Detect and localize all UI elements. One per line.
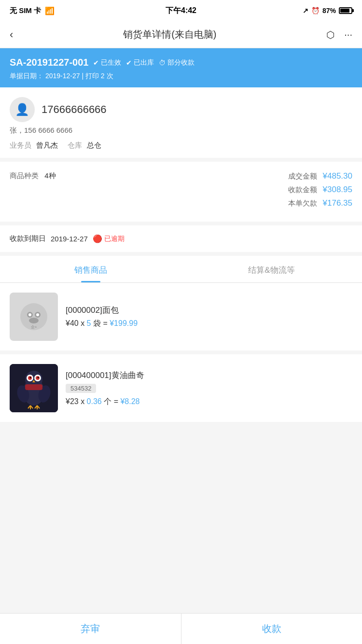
summary-right: 成交金额 ¥485.30 收款金额 ¥308.95 本单欠款 ¥176.35 — [288, 171, 352, 212]
status-bar: 无 SIM 卡 📶 下午4:42 ↗ ⏰ 87% — [0, 0, 362, 21]
tab-products-label: 销售商品 — [74, 266, 107, 275]
overdue-icon: 🔴 — [93, 234, 102, 243]
due-date-label: 收款到期日 — [10, 234, 46, 243]
overdue-text: 已逾期 — [104, 235, 125, 243]
page-title: 销货单详情(来自电脑) — [123, 28, 216, 41]
alarm-icon: ⏰ — [311, 7, 320, 14]
unit-2: 个 — [104, 397, 111, 406]
summary-left: 商品种类 4种 — [10, 171, 56, 184]
nav-bar: ‹ 销货单详情(来自电脑) ⬡ ··· — [0, 21, 362, 48]
list-item: [000400001]黄油曲奇 534532 ¥23 x 0.36 个 = ¥8… — [0, 354, 362, 422]
location-icon: ↗ — [303, 7, 308, 14]
product-info-1: [0000002]面包 ¥40 x 5 袋 = ¥199.99 — [66, 305, 352, 329]
order-date-value: 2019-12-27 — [45, 72, 80, 80]
battery-fill — [340, 9, 349, 13]
received-amount-row: 收款金额 ¥308.95 — [288, 185, 352, 195]
order-id-text: SA-20191227-001 — [10, 57, 88, 68]
status-bar-right: ↗ ⏰ 87% — [303, 7, 352, 14]
warehouse-info: 仓库 总仓 — [68, 141, 101, 150]
product-thumb-2 — [10, 364, 58, 412]
svg-point-4 — [36, 313, 39, 316]
status-bar-left: 无 SIM 卡 📶 — [10, 6, 55, 15]
tab-products[interactable]: 销售商品 — [0, 256, 181, 282]
svg-point-3 — [28, 313, 31, 316]
due-amount-label: 本单欠款 — [288, 199, 317, 208]
status-text-2: 已出库 — [134, 58, 154, 67]
unit-1: 袋 — [93, 319, 101, 327]
summary-grid: 商品种类 4种 成交金额 ¥485.30 收款金额 ¥308.95 本单欠款 ¥… — [10, 171, 352, 212]
equals-2: = — [114, 397, 121, 406]
nav-actions: ⬡ ··· — [326, 29, 352, 41]
tab-settlement[interactable]: 结算&物流等 — [181, 256, 362, 282]
svg-point-14 — [30, 377, 31, 378]
due-amount-row: 本单欠款 ¥176.35 — [288, 198, 352, 208]
status-text-1: 已生效 — [101, 58, 121, 67]
price-sep-1: x — [81, 319, 86, 327]
status-badge-3: ⏱ 部分收款 — [159, 58, 195, 67]
price-sep-2: x — [81, 397, 86, 406]
print-suffix: 次 — [107, 72, 113, 80]
trans-amount-row: 成交金额 ¥485.30 — [288, 171, 352, 181]
bottom-bar: 弃审 收款 — [0, 613, 362, 644]
customer-meta: 业务员 曾凡杰 仓库 总仓 — [10, 141, 352, 150]
due-amount-value: ¥176.35 — [323, 198, 352, 208]
product-types-label: 商品种类 — [10, 171, 39, 180]
share-icon[interactable]: ⬡ — [326, 29, 334, 41]
sales-name: 曾凡杰 — [36, 141, 58, 149]
product-placeholder-1: 企+ — [10, 293, 58, 341]
svg-point-15 — [38, 377, 39, 378]
svg-rect-25 — [25, 384, 42, 390]
due-section: 收款到期日 2019-12-27 🔴 已逾期 — [0, 225, 362, 252]
cancel-review-button[interactable]: 弃审 — [0, 614, 181, 644]
product-price-1: ¥40 x 5 袋 = ¥199.99 — [66, 319, 352, 329]
more-icon[interactable]: ··· — [344, 29, 352, 40]
tab-underline — [81, 281, 100, 282]
check-icon-2: ✔ — [126, 59, 132, 67]
received-amount-label: 收款金额 — [288, 185, 317, 195]
product-types-row: 商品种类 4种 — [10, 171, 56, 181]
due-date-value: 2019-12-27 — [51, 235, 88, 243]
bottom-spacer — [0, 426, 362, 464]
overdue-badge: 🔴 已逾期 — [93, 234, 125, 243]
receive-payment-button[interactable]: 收款 — [181, 614, 362, 644]
status-bar-time: 下午4:42 — [166, 6, 196, 16]
svg-text:企+: 企+ — [31, 325, 37, 329]
sales-label: 业务员 — [10, 141, 31, 149]
qty-1: 5 — [87, 319, 91, 327]
print-label: | 打印 — [82, 72, 99, 80]
product-name-1: [0000002]面包 — [66, 305, 352, 316]
print-count: 2 — [101, 72, 105, 80]
total-1: ¥199.99 — [110, 319, 138, 327]
check-icon-1: ✔ — [93, 59, 99, 67]
customer-info: 张，156 6666 6666 — [10, 126, 352, 135]
battery-percent: 87% — [322, 7, 336, 14]
wifi-icon: 📶 — [45, 6, 55, 15]
order-date-row: 单据日期： 2019-12-27 | 打印 2 次 — [10, 72, 352, 81]
status-badge-1: ✔ 已生效 — [93, 58, 121, 67]
product-sku-2: 534532 — [66, 384, 96, 393]
product-price-2: ¥23 x 0.36 个 = ¥8.28 — [66, 397, 352, 407]
back-button[interactable]: ‹ — [10, 28, 13, 41]
avatar: 👤 — [10, 97, 35, 122]
tab-settlement-label: 结算&物流等 — [248, 266, 294, 275]
sales-info: 业务员 曾凡杰 — [10, 141, 58, 150]
status-text-3: 部分收款 — [167, 58, 195, 67]
avatar-icon: 👤 — [15, 103, 29, 116]
carrier-text: 无 SIM 卡 — [10, 6, 41, 15]
header-banner: SA-20191227-001 ✔ 已生效 ✔ 已出库 ⏱ 部分收款 单据日期：… — [0, 48, 362, 87]
battery-icon — [339, 7, 352, 14]
products-list: 企+ [0000002]面包 ¥40 x 5 袋 = ¥199.99 — [0, 283, 362, 422]
equals-1: = — [103, 319, 110, 327]
warehouse-name: 总仓 — [87, 141, 101, 149]
summary-section: 商品种类 4种 成交金额 ¥485.30 收款金额 ¥308.95 本单欠款 ¥… — [0, 162, 362, 222]
order-id-row: SA-20191227-001 ✔ 已生效 ✔ 已出库 ⏱ 部分收款 — [10, 57, 352, 68]
product-name-2: [000400001]黄油曲奇 — [66, 370, 352, 381]
product-info-2: [000400001]黄油曲奇 534532 ¥23 x 0.36 个 = ¥8… — [66, 370, 352, 407]
received-amount-value: ¥308.95 — [323, 185, 352, 195]
warehouse-label: 仓库 — [68, 141, 82, 149]
customer-section: 👤 17666666666 张，156 6666 6666 业务员 曾凡杰 仓库… — [0, 87, 362, 158]
trans-amount-label: 成交金额 — [288, 172, 317, 181]
price-1: ¥40 — [66, 319, 79, 327]
clock-icon: ⏱ — [159, 59, 166, 67]
price-2: ¥23 — [66, 397, 79, 406]
